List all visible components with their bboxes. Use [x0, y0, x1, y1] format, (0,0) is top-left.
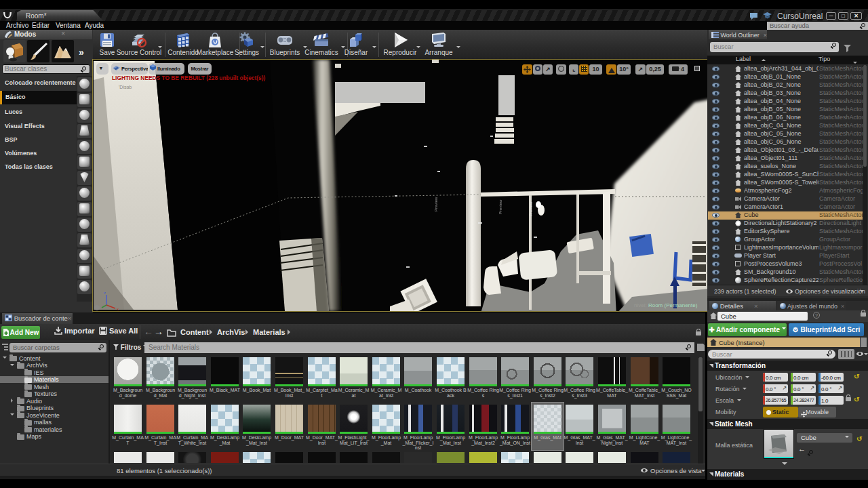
svg-text:z: z: [104, 291, 106, 295]
svg-text:Preview: Preview: [529, 201, 533, 216]
svg-text:'Disab: 'Disab: [119, 85, 132, 89]
svg-text:nivel: Room (Permanente): nivel: Room (Permanente): [634, 302, 698, 308]
svg-text:Preview: Preview: [498, 199, 502, 214]
svg-text:Preview: Preview: [434, 197, 438, 211]
svg-text:LIGHTING NEEDS TO BE REBUILT (: LIGHTING NEEDS TO BE REBUILT (228 unbuil…: [112, 75, 265, 81]
